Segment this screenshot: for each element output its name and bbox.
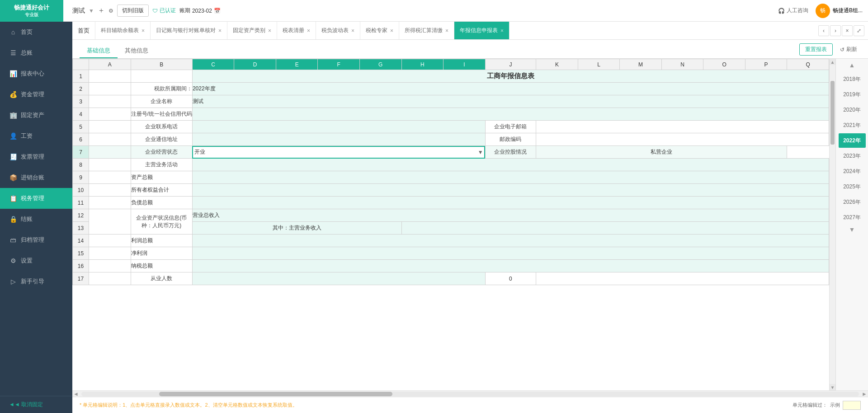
year-item-2027[interactable]: 2027年 <box>839 210 866 225</box>
tab-tax-check[interactable]: 税检专家 × <box>360 22 399 40</box>
year-item-2022[interactable]: 2022年 <box>839 133 866 148</box>
close-tab-icon[interactable]: × <box>500 28 504 34</box>
scroll-up-button[interactable]: ▲ <box>830 59 836 65</box>
cell[interactable] <box>89 235 131 247</box>
col-header-c[interactable]: C <box>192 59 234 70</box>
col-header-b[interactable]: B <box>131 59 192 70</box>
cell-employees-left[interactable] <box>192 272 485 285</box>
sidebar-item-fixed-asset[interactable]: 🏢 固定资产 <box>0 105 72 126</box>
cell[interactable] <box>89 83 131 95</box>
cell[interactable] <box>89 70 131 83</box>
year-item-2024[interactable]: 2024年 <box>839 164 866 178</box>
sidebar-item-purchase-sale[interactable]: 📦 进销台账 <box>0 167 72 188</box>
close-tab-icon[interactable]: × <box>307 28 310 34</box>
cell[interactable] <box>89 171 131 184</box>
sidebar-item-home[interactable]: ⌂ 首页 <box>0 22 72 42</box>
cell-postal-value[interactable] <box>536 133 829 146</box>
year-item-2025[interactable]: 2025年 <box>839 179 866 194</box>
cell-liabilities-value[interactable] <box>192 197 829 209</box>
cell-email-value[interactable] <box>536 121 829 133</box>
reset-report-button[interactable]: 重置报表 <box>799 43 833 56</box>
cell[interactable] <box>89 272 131 285</box>
col-header-f[interactable]: F <box>318 59 360 70</box>
cell[interactable] <box>89 247 131 260</box>
year-item-2019[interactable]: 2019年 <box>839 87 866 102</box>
close-tab-icon[interactable]: × <box>351 28 354 34</box>
col-header-m[interactable]: M <box>620 59 662 70</box>
horizontal-scrollbar[interactable]: ◄ ► <box>72 390 868 397</box>
close-tab-icon[interactable]: × <box>218 28 222 34</box>
app-dropdown-icon[interactable]: ▼ <box>89 8 94 14</box>
cell-net-profit-value[interactable] <box>192 247 829 260</box>
spreadsheet-scroll[interactable]: A B C D E F G H I J K L <box>72 59 829 390</box>
tab-home[interactable]: 首页 <box>72 22 95 40</box>
sidebar-item-invoice[interactable]: 🧾 发票管理 <box>0 146 72 167</box>
sidebar-item-settings[interactable]: ⚙ 设置 <box>0 250 72 271</box>
cell-employees-right[interactable] <box>536 272 829 285</box>
sidebar-item-ledger[interactable]: ☰ 总账 <box>0 42 72 63</box>
tab-prev-button[interactable]: ‹ <box>818 25 829 36</box>
calendar-icon[interactable]: 📅 <box>214 8 221 14</box>
h-scroll-right-icon[interactable]: ► <box>861 391 868 397</box>
sidebar-item-tax[interactable]: 📋 税务管理 <box>0 188 72 209</box>
tab-close-all-button[interactable]: × <box>842 25 853 36</box>
cell[interactable] <box>89 197 131 209</box>
cell[interactable] <box>89 184 131 197</box>
sidebar-item-report[interactable]: 📊 报表中心 <box>0 63 72 84</box>
col-header-j[interactable]: J <box>485 59 536 70</box>
cell-profit-value[interactable] <box>192 235 829 247</box>
year-up-button[interactable]: ▲ <box>847 61 858 70</box>
cell-address-value[interactable] <box>192 133 485 146</box>
cell[interactable] <box>89 146 131 159</box>
cell-revenue-label[interactable]: 营业总收入 <box>192 209 829 222</box>
tab-annual-report[interactable]: 年报信息申报表 × <box>454 22 509 40</box>
cell-total-assets-value[interactable] <box>192 171 829 184</box>
cell[interactable] <box>89 209 131 235</box>
sub-tab-other[interactable]: 其他信息 <box>118 44 156 58</box>
sub-tab-basic[interactable]: 基础信息 <box>80 44 118 58</box>
cell[interactable] <box>131 70 192 83</box>
tab-expand-button[interactable]: ⤢ <box>854 25 864 36</box>
cell-tax-total-value[interactable] <box>192 260 829 272</box>
col-header-o[interactable]: O <box>703 59 745 70</box>
col-header-k[interactable]: K <box>536 59 578 70</box>
dropdown-biz-status[interactable]: 开业 ▼ <box>193 146 485 158</box>
col-header-q[interactable]: Q <box>787 59 829 70</box>
cell-equity-value[interactable] <box>192 184 829 197</box>
col-header-a[interactable]: A <box>89 59 131 70</box>
col-header-g[interactable]: G <box>360 59 402 70</box>
year-item-2021[interactable]: 2021年 <box>839 118 866 132</box>
refresh-button[interactable]: ↺ 刷新 <box>836 44 861 55</box>
cell-main-revenue-value[interactable] <box>401 222 829 235</box>
old-version-button[interactable]: 切到旧版 <box>117 5 149 17</box>
year-item-2023[interactable]: 2023年 <box>839 149 866 163</box>
cell-period-value[interactable]: 2022年度 <box>192 83 829 95</box>
cell-reg-value[interactable] <box>192 108 829 121</box>
close-tab-icon[interactable]: × <box>142 28 145 34</box>
col-header-l[interactable]: L <box>578 59 620 70</box>
cell-main-biz-value[interactable] <box>192 159 829 171</box>
tab-aux-balance[interactable]: 科目辅助余额表 × <box>95 22 151 40</box>
pin-sidebar-button[interactable]: ◄◄ 取消固定 <box>0 396 72 413</box>
cell-biz-status-value[interactable]: 开业 ▼ <box>192 146 485 159</box>
cell[interactable] <box>89 95 131 108</box>
col-header-n[interactable]: N <box>661 59 703 70</box>
sidebar-item-salary[interactable]: 👤 工资 <box>0 126 72 146</box>
close-tab-icon[interactable]: × <box>445 28 448 34</box>
cell-main-revenue-label[interactable]: 其中：主营业务收入 <box>192 222 401 235</box>
cell[interactable] <box>89 121 131 133</box>
cell-company-name-value[interactable]: 测试 <box>192 95 829 108</box>
add-tab-button[interactable]: ＋ <box>98 6 105 15</box>
year-down-button[interactable]: ▼ <box>847 225 858 234</box>
sidebar-item-guide[interactable]: ▷ 新手引导 <box>0 271 72 292</box>
cell-employees-value[interactable]: 0 <box>485 272 536 285</box>
cell-holding-value[interactable]: 私营企业 <box>536 146 787 159</box>
close-tab-icon[interactable]: × <box>268 28 271 34</box>
cell[interactable] <box>89 260 131 272</box>
title-cell[interactable]: 工商年报信息表 <box>192 70 829 83</box>
vertical-scrollbar[interactable]: ▲ ▼ <box>829 59 835 390</box>
scroll-track[interactable] <box>830 65 835 384</box>
cell[interactable] <box>89 133 131 146</box>
sidebar-item-close[interactable]: 🔒 结账 <box>0 209 72 230</box>
cell[interactable] <box>89 159 131 171</box>
